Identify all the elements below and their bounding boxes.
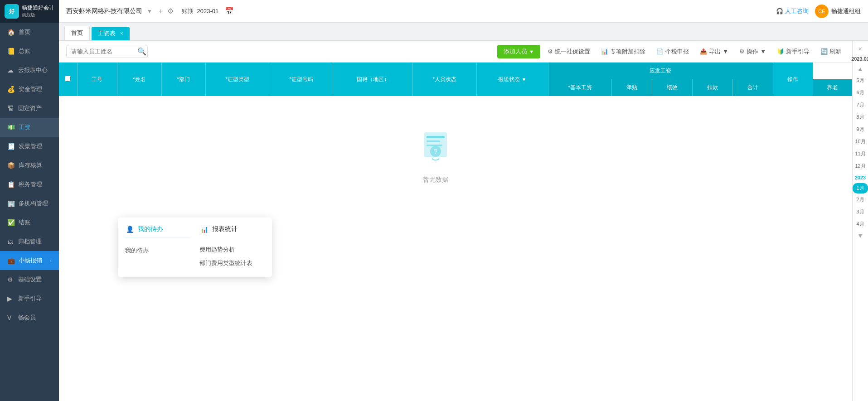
tab-salary-table[interactable]: 工资表 ×: [92, 27, 130, 40]
sidebar-label-cloud-report: 云报表中心: [18, 66, 48, 74]
month-9[interactable]: 9月: [853, 123, 868, 135]
toolbar-right: 添加人员 ▼ ⚙ 统一社保设置 📊 专项附加扣除 📄 个税申报: [497, 45, 845, 58]
month-1-current[interactable]: 1月: [853, 183, 868, 193]
th-salary-group: 应发工资: [548, 63, 773, 79]
empty-illustration: ?: [413, 123, 458, 169]
scroll-down-arrow[interactable]: ▼: [855, 230, 865, 241]
month-11[interactable]: 11月: [853, 148, 868, 160]
refresh-action[interactable]: 🔄 刷新: [817, 46, 845, 58]
new-guide-action[interactable]: 🔰 新手引导: [773, 46, 813, 58]
export-action[interactable]: 📤 导出 ▼: [696, 46, 732, 58]
home-icon: 🏠: [7, 29, 15, 36]
refresh-icon: 🔄: [820, 48, 828, 55]
new-guide-action-label: 新手引导: [786, 48, 810, 56]
xiao-chang-icon: 💼: [7, 257, 15, 264]
add-company-button[interactable]: +: [159, 7, 163, 15]
search-icon[interactable]: 🔍: [137, 47, 146, 56]
sidebar-item-new-guide[interactable]: ▶ 新手引导: [0, 289, 59, 308]
svg-text:?: ?: [434, 148, 437, 155]
settings-button[interactable]: ⚙: [167, 7, 174, 15]
popup-cost-trend-item[interactable]: 费用趋势分析: [199, 243, 265, 256]
month-6[interactable]: 6月: [853, 87, 868, 99]
search-wrap: 🔍: [66, 45, 148, 58]
th-report-status: 报送状态 ▼: [476, 63, 548, 96]
special-deduction-label: 专项附加扣除: [610, 48, 645, 56]
export-dropdown-arrow: ▼: [723, 48, 728, 55]
calendar-icon[interactable]: 📅: [225, 7, 234, 15]
multi-org-icon: 🏢: [7, 200, 15, 207]
th-nationality: 国籍（地区）: [333, 63, 413, 96]
sidebar-item-vip[interactable]: V 畅会员: [0, 308, 59, 327]
month-10[interactable]: 10月: [853, 135, 868, 148]
sidebar-item-fixed-assets[interactable]: 🏗 固定资产: [0, 99, 59, 118]
report-filter-icon[interactable]: ▼: [521, 77, 526, 82]
popup-todo-item[interactable]: 我的待办: [125, 244, 190, 257]
month-2[interactable]: 2月: [853, 193, 868, 206]
month-5[interactable]: 5月: [853, 74, 868, 87]
sidebar-item-cloud-report[interactable]: ☁ 云报表中心: [0, 61, 59, 80]
sidebar-item-basic-settings[interactable]: ⚙ 基础设置: [0, 270, 59, 289]
sidebar-item-xiao-chang[interactable]: 💼 小畅报销 ‹: [0, 251, 59, 270]
company-dropdown-arrow[interactable]: ▼: [147, 8, 152, 14]
operation-action[interactable]: ⚙ 操作 ▼: [736, 46, 770, 58]
company-name[interactable]: 西安虾米网络科技有限公司: [66, 7, 142, 15]
sidebar-item-archive[interactable]: 🗂 归档管理: [0, 232, 59, 251]
month-7[interactable]: 7月: [853, 99, 868, 111]
search-input[interactable]: [71, 48, 135, 55]
sidebar-label-xiao-chang: 小畅报销: [19, 256, 42, 265]
tab-home[interactable]: 首页: [64, 26, 90, 40]
page-toolbar: 🔍 添加人员 ▼ ⚙ 统一社保设置 📊 专项附加扣除: [59, 41, 852, 63]
th-base-salary: *基本工资: [548, 79, 612, 96]
right-panel-close[interactable]: ×: [858, 45, 862, 53]
operation-icon: ⚙: [739, 48, 745, 55]
sidebar-item-general-ledger[interactable]: 📒 总账: [0, 42, 59, 61]
th-operation: 操作: [773, 63, 813, 96]
th-deduction: 扣款: [692, 79, 732, 96]
invoice-icon: 🧾: [7, 143, 15, 150]
month-12[interactable]: 12月: [853, 160, 868, 172]
scroll-up-arrow[interactable]: ▲: [855, 63, 865, 74]
svg-rect-1: [427, 136, 445, 138]
sidebar-label-salary: 工资: [19, 123, 30, 131]
sidebar-item-settlement[interactable]: ✅ 结账: [0, 213, 59, 232]
sidebar-item-fund[interactable]: 💰 资金管理: [0, 80, 59, 99]
popup-report-header: 📊 报表统计: [199, 225, 265, 237]
empty-row: ? 暂无数据: [59, 96, 852, 211]
svg-rect-2: [427, 140, 440, 142]
special-deduction-action[interactable]: 📊 专项附加扣除: [597, 46, 649, 58]
tab-close-button[interactable]: ×: [120, 30, 123, 37]
tax-report-icon: 📄: [656, 48, 664, 55]
th-performance: 绩效: [652, 79, 693, 96]
th-employee-id: 工号: [77, 63, 117, 96]
main: 西安虾米网络科技有限公司 ▼ + ⚙ 账期 2023-01 📅 🎧 人工咨询 C…: [59, 0, 868, 401]
help-text: 人工咨询: [785, 7, 809, 15]
month-3[interactable]: 3月: [853, 206, 868, 218]
tabbar: 首页 工资表 ×: [59, 23, 868, 41]
topbar-right: 🎧 人工咨询 CE 畅捷通组组: [776, 5, 861, 18]
th-allowance: 津贴: [612, 79, 652, 96]
special-deduction-icon: 📊: [601, 48, 608, 55]
month-8[interactable]: 8月: [853, 111, 868, 123]
user-menu[interactable]: CE 畅捷通组组: [815, 5, 861, 18]
sidebar-label-general-ledger: 总账: [19, 47, 30, 55]
social-security-action[interactable]: ⚙ 统一社保设置: [544, 46, 594, 58]
tab-home-label: 首页: [71, 29, 83, 36]
sidebar-label-tax: 税务管理: [19, 180, 42, 188]
sidebar-item-invoice[interactable]: 🧾 发票管理: [0, 137, 59, 156]
popup-dept-cost-item[interactable]: 部门费用类型统计表: [199, 256, 265, 270]
sidebar-item-tax[interactable]: 📋 税务管理: [0, 175, 59, 194]
sidebar-item-multi-org[interactable]: 🏢 多机构管理: [0, 194, 59, 213]
help-button[interactable]: 🎧 人工咨询: [776, 7, 809, 15]
add-person-button[interactable]: 添加人员 ▼: [497, 45, 540, 58]
tax-report-action[interactable]: 📄 个税申报: [653, 46, 693, 58]
sidebar-item-salary[interactable]: 💵 工资: [0, 118, 59, 137]
th-checkbox[interactable]: [59, 63, 77, 96]
empty-text: 暂无数据: [423, 176, 448, 184]
ledger-icon: 📒: [7, 48, 15, 55]
month-4[interactable]: 4月: [853, 218, 868, 230]
xiao-chang-popup: 👤 我的待办 我的待办 📊 报表统计 费用趋势分析 部门费用类型统计表: [118, 217, 272, 277]
select-all-checkbox[interactable]: [65, 76, 71, 82]
logo-icon: 好: [5, 4, 19, 19]
sidebar-item-home[interactable]: 🏠 首页: [0, 23, 59, 42]
sidebar-item-inventory[interactable]: 📦 库存核算: [0, 156, 59, 175]
